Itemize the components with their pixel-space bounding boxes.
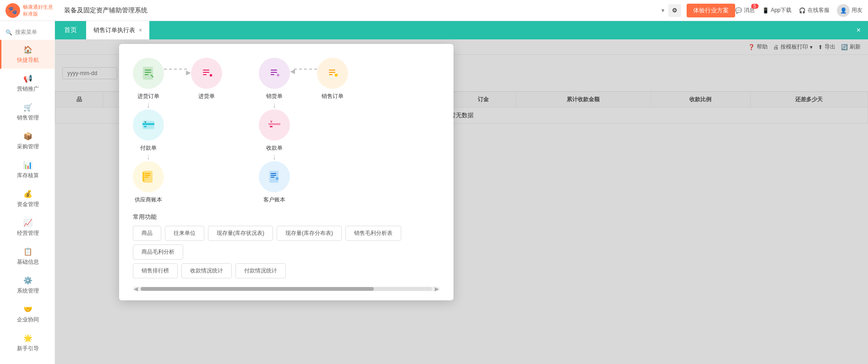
common-btn-stock-status[interactable]: 现存量(库存状况表) [208,226,273,241]
svg-point-31 [276,177,278,180]
header-right: 💬 消息 5 📱 App下载 🎧 在线客服 👤 用友 [735,4,863,17]
payment-circle: ¥ [133,109,164,141]
purchase-bill-circle [191,58,222,89]
sidebar-item-basic[interactable]: 📋 基础信息 [0,242,55,271]
system-title: 装备及固定资产辅助管理系统 [64,6,660,15]
svg-text:¥: ¥ [144,120,147,124]
common-btn-product[interactable]: 商品 [133,226,161,241]
svg-rect-30 [271,177,274,178]
purchase-order-node[interactable]: 进货订单 [133,58,164,100]
scrollbar-next[interactable]: ▶ [434,286,440,292]
sidebar-item-guide[interactable]: 🌟 新手引导 [0,328,55,357]
quick-nav-label: 快捷导航 [17,56,39,64]
sale-order-label: 销售订单 [322,92,344,100]
receipt-circle: ¥ [259,109,290,141]
marketing-label: 营销推广 [17,85,39,93]
scrollbar-prev[interactable]: ◀ [133,286,139,292]
system-icon: ⚙️ [23,275,33,285]
trial-button[interactable]: 体验行业方案 [687,4,735,17]
operation-icon: 📈 [23,217,33,228]
sidebar-item-collab[interactable]: 🤝 企业协同 [0,299,55,328]
tab-close-icon[interactable]: × [139,27,142,33]
system-label: 系统管理 [17,287,39,295]
sidebar-item-quick-nav[interactable]: 🏠 快捷导航 [0,40,55,69]
sidebar-item-finance[interactable]: 💰 资金管理 [0,184,55,213]
svg-rect-18 [269,67,279,80]
scrollbar-track[interactable] [141,287,432,291]
sidebar-item-marketing[interactable]: 📢 营销推广 [0,69,55,98]
common-btn-product-profit[interactable]: 商品毛利分析 [133,244,183,260]
svg-rect-10 [145,175,150,176]
receipt-label: 收款单 [266,144,283,152]
quick-nav-icon: 🏠 [23,44,33,54]
user-item[interactable]: 👤 用友 [837,4,863,17]
common-btn-sales-profit[interactable]: 销售毛利分析表 [345,226,401,241]
arrow-h-1: ▶ [164,58,191,76]
modal-box: 进货订单 ↓ ¥ 付款单 ↓ [119,44,453,300]
sale-bill-node[interactable]: 销货单 [259,58,290,100]
common-btn-receipt-stat[interactable]: 收款情况统计 [181,263,232,278]
flow-col-mid-left: 进货单 [191,58,222,100]
online-service-item[interactable]: 🎧 在线客服 [799,6,830,14]
message-item[interactable]: 💬 消息 5 [735,6,755,14]
sidebar-item-purchase[interactable]: 📦 采购管理 [0,126,55,155]
online-service-label: 在线客服 [808,6,830,14]
svg-rect-32 [327,67,337,80]
svg-rect-29 [271,175,276,176]
common-btns-row1: 商品 往来单位 现存量(库存状况表) 现存量(库存分布表) 销售毛利分析表 商品… [133,226,440,260]
svg-rect-15 [203,72,209,73]
app-icon: 📱 [762,7,769,14]
purchase-icon: 📦 [23,131,33,141]
modal-overlay[interactable]: 进货订单 ↓ ¥ 付款单 ↓ [55,39,868,364]
common-section: 常用功能 商品 往来单位 现存量(库存状况表) 现存量(库存分布表) 销售毛利分… [133,213,440,278]
customer-account-label: 客户账本 [263,196,285,204]
settings-icon[interactable]: ⚙ [668,4,681,17]
sidebar-search[interactable]: 🔍 搜索菜单 [0,25,55,40]
tab-sales-order[interactable]: 销售订单执行表 × [86,21,149,39]
svg-rect-17 [210,74,212,76]
purchase-label: 采购管理 [17,143,39,151]
svg-rect-1 [145,70,151,71]
arrow-down-1: ↓ [147,100,151,109]
tab-label: 销售订单执行表 [93,26,135,34]
arrow-h-2: ▶ [290,58,317,88]
sidebar-item-sales[interactable]: 🛒 销售管理 [0,98,55,126]
modal-scrollbar: ◀ ▶ [133,287,440,291]
receipt-node[interactable]: ¥ 收款单 [259,109,290,152]
search-label: 搜索菜单 [15,28,37,36]
payment-node[interactable]: ¥ 付款单 [133,109,164,152]
tab-bar: 首页 销售订单执行表 × × [55,21,868,39]
content-area: ❓ 帮助 🖨 按模板打印 ▾ ⬆ 导出 🔄 刷新 [55,39,868,364]
sale-order-node[interactable]: 销售订单 [317,58,348,100]
svg-rect-0 [143,67,153,80]
sidebar-item-inventory[interactable]: 📊 库存核算 [0,155,55,184]
customer-account-node[interactable]: 客户账本 [259,161,290,204]
svg-rect-34 [329,72,335,73]
customer-account-circle [259,161,290,192]
tab-bar-close[interactable]: × [849,21,868,39]
svg-rect-13 [201,67,211,80]
service-icon: 🎧 [799,7,806,14]
inventory-icon: 📊 [23,160,33,170]
purchase-bill-node[interactable]: 进货单 [191,58,222,100]
dropdown-icon[interactable]: ▾ [661,7,665,14]
flow-col-right: 销售订单 [317,58,348,100]
sidebar-item-system[interactable]: ⚙️ 系统管理 [0,271,55,299]
sale-bill-circle [259,58,290,89]
common-btn-partners[interactable]: 往来单位 [165,226,204,241]
svg-rect-9 [145,173,150,174]
common-btn-sales-rank[interactable]: 销售排行榜 [133,263,178,278]
svg-rect-6 [144,126,147,127]
supplier-account-node[interactable]: 供应商账本 [133,161,164,204]
common-btn-payment-stat[interactable]: 付款情况统计 [235,263,286,278]
sidebar-item-operation[interactable]: 📈 经营管理 [0,213,55,242]
arrow-down-2: ↓ [147,152,151,161]
app-download-item[interactable]: 📱 App下载 [762,6,792,14]
tab-home[interactable]: 首页 [55,21,86,39]
purchase-order-label: 进货订单 [137,92,159,100]
svg-rect-16 [203,74,207,75]
svg-rect-20 [271,72,277,73]
common-btn-stock-dist[interactable]: 现存量(库存分布表) [277,226,342,241]
svg-rect-25 [270,126,273,127]
svg-rect-2 [145,72,151,73]
